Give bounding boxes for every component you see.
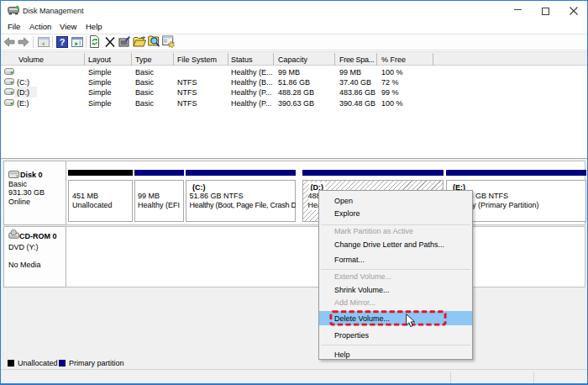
svg-text:?: ? [60,37,66,47]
